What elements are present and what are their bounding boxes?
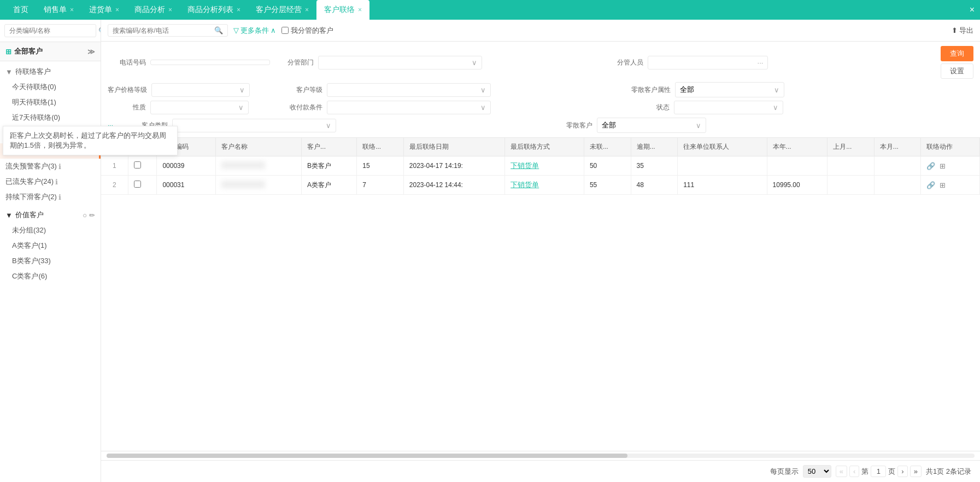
sidebar-item-loss-warning[interactable]: 流失预警客户(3) ℹ bbox=[0, 159, 101, 174]
query-button[interactable]: 查询 bbox=[941, 46, 973, 61]
row-code: 000039 bbox=[157, 156, 215, 176]
horizontal-scrollbar[interactable] bbox=[101, 451, 980, 460]
sidebar-item-tomorrow[interactable]: 明天待联络(1) bbox=[0, 95, 101, 110]
column-not-contacted[interactable]: 未联... bbox=[584, 138, 631, 156]
column-last-month[interactable]: 上月... bbox=[828, 138, 875, 156]
phone-field: 电话号码 bbox=[108, 58, 270, 67]
chevron-down-icon: ∨ bbox=[472, 59, 477, 67]
collapse-icon[interactable]: ≫ bbox=[87, 48, 95, 56]
chevron-down-icon2: ∨ bbox=[239, 86, 245, 94]
sidebar-item-class-c[interactable]: C类客户(6) bbox=[0, 269, 101, 284]
sidebar-item-unclassified[interactable]: 未分组(32) bbox=[0, 223, 101, 238]
customer-type-field: 客户类型 ∨ bbox=[130, 119, 549, 132]
search-wrap: 🔍 bbox=[108, 24, 228, 37]
chevron-down-icon4: ∨ bbox=[774, 86, 779, 94]
column-name[interactable]: 客户名称 bbox=[215, 138, 301, 156]
row-action[interactable]: 🔗 ⊞ bbox=[921, 176, 980, 195]
settings-button[interactable]: 设置 bbox=[941, 63, 973, 79]
price-level-select[interactable]: ∨ bbox=[151, 83, 250, 97]
scroll-thumb[interactable] bbox=[107, 454, 627, 458]
close-icon[interactable]: × bbox=[115, 6, 119, 14]
link-icon[interactable]: 🔗 bbox=[926, 162, 935, 170]
dept-label: 分管部门 bbox=[275, 58, 314, 67]
sidebar-search-bar: 🔍 bbox=[0, 20, 101, 42]
close-icon[interactable]: × bbox=[358, 6, 362, 14]
person-input[interactable]: ··· bbox=[648, 56, 768, 69]
more-conditions-btn[interactable]: ▽ 更多条件 ∧ bbox=[233, 26, 276, 36]
per-page-select[interactable]: 50 100 200 bbox=[803, 465, 831, 478]
today-contact-label: 今天待联络(0) bbox=[12, 82, 56, 92]
pencil-icon[interactable]: ✏ bbox=[89, 211, 95, 219]
category-search-input[interactable] bbox=[4, 24, 96, 37]
column-last-contact-date[interactable]: 最后联络日期 bbox=[403, 138, 504, 156]
gender-select[interactable]: ∨ bbox=[150, 101, 249, 114]
customer-level-field: 客户等级 ∨ bbox=[284, 83, 626, 97]
chevron-up-icon: ∧ bbox=[271, 26, 276, 34]
sidebar-item-declining[interactable]: 持续下滑客户(2) ℹ bbox=[0, 189, 101, 205]
retail-customer-select[interactable]: 全部 ∨ bbox=[597, 118, 706, 133]
nav-sales[interactable]: 销售单 × bbox=[36, 0, 81, 20]
export-button[interactable]: ⬆ 导出 bbox=[952, 26, 973, 36]
phone-input[interactable] bbox=[150, 60, 270, 65]
column-last-contact-method[interactable]: 最后联络方式 bbox=[505, 138, 584, 156]
my-customers-checkbox[interactable] bbox=[281, 27, 289, 34]
customer-type-select[interactable]: ∨ bbox=[172, 119, 336, 132]
sidebar-item-7days[interactable]: 近7天待联络(0) bbox=[0, 110, 101, 125]
already-lost-label: 已流失客户(24) bbox=[5, 177, 54, 187]
value-group-header[interactable]: ▼ 价值客户 ○ ✏ bbox=[0, 207, 101, 223]
nav-home[interactable]: 首页 bbox=[5, 0, 36, 20]
export-icon: ⬆ bbox=[952, 26, 958, 34]
column-this-month[interactable]: 本月... bbox=[874, 138, 921, 156]
nav-customer-tier[interactable]: 客户分层经营 × bbox=[248, 0, 316, 20]
sidebar-item-today[interactable]: 今天待联络(0) bbox=[0, 79, 101, 95]
customer-level-select[interactable]: ∨ bbox=[327, 83, 491, 97]
scroll-track[interactable] bbox=[107, 454, 975, 458]
prev-page-btn[interactable]: ‹ bbox=[849, 466, 859, 477]
row-checkbox[interactable] bbox=[128, 156, 157, 176]
close-icon[interactable]: × bbox=[70, 6, 74, 14]
first-page-btn[interactable]: « bbox=[836, 466, 847, 477]
retail-attr-select[interactable]: 全部 ∨ bbox=[675, 82, 784, 97]
sidebar-item-class-a[interactable]: A类客户(1) bbox=[0, 238, 101, 253]
row-action[interactable]: 🔗 ⊞ bbox=[921, 156, 980, 176]
refresh-icon[interactable]: ○ bbox=[83, 211, 87, 219]
sidebar-item-class-b[interactable]: B类客户(33) bbox=[0, 253, 101, 269]
total-records: 共1页 2条记录 bbox=[926, 467, 971, 477]
nav-customer-contact[interactable]: 客户联络 × bbox=[316, 0, 369, 20]
link-icon[interactable]: 🔗 bbox=[926, 181, 935, 189]
pending-group-label: 待联络客户 bbox=[15, 67, 51, 77]
column-contact-count[interactable]: 联络... bbox=[357, 138, 404, 156]
grid-icon[interactable]: ⊞ bbox=[940, 181, 946, 189]
person-label: 分管人员 bbox=[605, 58, 643, 67]
row-customer-type: A类客户 bbox=[302, 176, 357, 195]
7days-contact-label: 近7天待联络(0) bbox=[12, 113, 60, 123]
last-page-btn[interactable]: » bbox=[910, 466, 922, 477]
status-select[interactable]: ∨ bbox=[674, 101, 783, 114]
sidebar-item-already-lost[interactable]: 已流失客户(24) ℹ bbox=[0, 174, 101, 189]
row-last-contact-method[interactable]: 下销货单 bbox=[505, 176, 584, 195]
current-page: 1 bbox=[871, 466, 886, 477]
close-icon[interactable]: × bbox=[168, 6, 172, 14]
column-contacts[interactable]: 往来单位联系人 bbox=[678, 138, 767, 156]
close-all-tabs[interactable]: × bbox=[970, 5, 975, 15]
column-customer-type[interactable]: 客户... bbox=[302, 138, 357, 156]
dept-select[interactable]: ∨ bbox=[318, 56, 482, 69]
row-checkbox[interactable] bbox=[128, 176, 157, 195]
nav-purchase[interactable]: 进货单 × bbox=[81, 0, 127, 20]
grid-icon[interactable]: ⊞ bbox=[940, 162, 946, 170]
close-icon[interactable]: × bbox=[237, 6, 240, 14]
close-icon[interactable]: × bbox=[305, 6, 309, 14]
nav-product-analysis[interactable]: 商品分析 × bbox=[127, 0, 180, 20]
column-overdue[interactable]: 逾期... bbox=[631, 138, 678, 156]
row-name bbox=[215, 176, 301, 195]
row-last-month bbox=[828, 176, 875, 195]
payment-select[interactable]: ∨ bbox=[327, 101, 491, 114]
row-last-contact-method[interactable]: 下销货单 bbox=[505, 156, 584, 176]
pending-contact-header[interactable]: ▼ 待联络客户 bbox=[0, 64, 101, 79]
value-customer-group: ▼ 价值客户 ○ ✏ 未分组(32) A类客户(1) B类客户(33) C类客户… bbox=[0, 207, 101, 284]
nav-product-analysis-list[interactable]: 商品分析列表 × bbox=[180, 0, 248, 20]
main-search-input[interactable] bbox=[113, 27, 214, 34]
search-icon[interactable]: 🔍 bbox=[214, 26, 223, 34]
column-this-year[interactable]: 本年... bbox=[767, 138, 828, 156]
next-page-btn[interactable]: › bbox=[897, 466, 907, 477]
